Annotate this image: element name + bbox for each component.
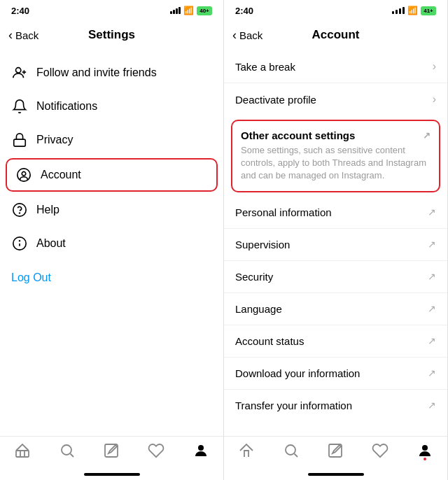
- nav-profile-left[interactable]: [192, 442, 209, 459]
- other-settings-title-row: Other account settings ↗: [241, 129, 430, 141]
- svg-point-0: [16, 68, 21, 73]
- menu-item-help[interactable]: Help: [0, 193, 223, 227]
- svg-rect-18: [329, 444, 342, 457]
- other-settings-desc: Some settings, such as sensitive content…: [241, 144, 430, 183]
- house-icon-left: [14, 442, 31, 459]
- download-info-label: Download your information: [235, 367, 360, 379]
- settings-title: Settings: [88, 28, 135, 42]
- external-icon-language: ↗: [428, 303, 436, 314]
- notifications-label: Notifications: [36, 100, 97, 113]
- transfer-info-label: Transfer your information: [235, 400, 352, 411]
- supervision-label: Supervision: [235, 239, 290, 250]
- circle-person-icon: [15, 167, 32, 183]
- svg-point-4: [18, 169, 30, 181]
- download-info-item[interactable]: Download your information ↗: [224, 358, 447, 390]
- heart-icon-left: [148, 442, 164, 459]
- deactivate-item[interactable]: Deactivate profile ›: [224, 83, 447, 115]
- settings-menu: Follow and invite friends Notifications …: [0, 50, 223, 436]
- back-button-left[interactable]: ‹ Back: [8, 29, 38, 41]
- lock-icon: [11, 132, 28, 148]
- nav-search-right[interactable]: [283, 442, 300, 459]
- menu-item-privacy[interactable]: Privacy: [0, 123, 223, 157]
- house-icon-right: [238, 442, 255, 459]
- settings-panel: 2:40 📶 40+ ‹ Back Settings: [0, 0, 224, 480]
- status-icons-right: 📶 41+: [392, 6, 436, 15]
- account-header: ‹ Back Account: [224, 20, 447, 50]
- svg-point-15: [198, 445, 204, 451]
- nav-compose-right[interactable]: [327, 442, 344, 459]
- other-account-settings-box[interactable]: Other account settings ↗ Some settings, …: [231, 120, 440, 192]
- home-indicator-left: [84, 473, 140, 476]
- nav-search-left[interactable]: [59, 442, 76, 459]
- magnifier-icon-right: [283, 442, 300, 459]
- person-fill-icon-left: [192, 442, 209, 459]
- svg-point-10: [20, 241, 20, 241]
- external-link-icon-other: ↗: [423, 130, 430, 141]
- svg-point-19: [422, 445, 428, 451]
- about-label: About: [36, 237, 66, 250]
- nav-profile-right[interactable]: [416, 442, 433, 459]
- external-icon-security: ↗: [428, 271, 436, 282]
- account-bottom-items: Personal information ↗ Supervision ↗ Sec…: [224, 197, 447, 421]
- menu-item-account[interactable]: Account: [6, 158, 218, 192]
- personal-info-label: Personal information: [235, 206, 332, 218]
- menu-item-about[interactable]: About: [0, 227, 223, 260]
- nav-heart-left[interactable]: [148, 442, 164, 459]
- external-icon-transfer: ↗: [428, 400, 436, 411]
- circle-question-icon: [11, 202, 28, 218]
- wifi-icon-left: 📶: [183, 6, 194, 15]
- personal-info-item[interactable]: Personal information ↗: [224, 197, 447, 229]
- bell-icon: [11, 98, 28, 115]
- bottom-nav-right: [224, 436, 447, 469]
- external-icon-supervision: ↗: [428, 239, 436, 250]
- menu-item-notifications[interactable]: Notifications: [0, 90, 223, 123]
- account-top-items: Take a break › Deactivate profile ›: [224, 50, 447, 115]
- follow-label: Follow and invite friends: [36, 66, 157, 79]
- account-label: Account: [41, 169, 81, 181]
- supervision-item[interactable]: Supervision ↗: [224, 229, 447, 261]
- magnifier-icon-left: [59, 442, 76, 459]
- account-status-label: Account status: [235, 335, 304, 347]
- security-item[interactable]: Security ↗: [224, 261, 447, 293]
- privacy-label: Privacy: [36, 134, 73, 146]
- menu-item-logout[interactable]: Log Out: [0, 263, 223, 292]
- time-left: 2:40: [11, 6, 29, 16]
- menu-item-follow[interactable]: Follow and invite friends: [0, 56, 223, 90]
- external-icon-download: ↗: [428, 367, 436, 379]
- nav-home-left[interactable]: [14, 442, 31, 459]
- language-item[interactable]: Language ↗: [224, 293, 447, 325]
- take-break-chevron: ›: [433, 60, 436, 73]
- person-plus-icon: [11, 64, 28, 81]
- svg-rect-14: [105, 444, 118, 457]
- pencil-square-icon-left: [103, 442, 120, 459]
- battery-left: 40+: [197, 6, 212, 15]
- account-status-item[interactable]: Account status ↗: [224, 325, 447, 358]
- heart-icon-right: [372, 442, 388, 459]
- back-label-left: Back: [15, 29, 38, 41]
- svg-rect-3: [14, 139, 26, 146]
- nav-heart-right[interactable]: [372, 442, 388, 459]
- status-bar-left: 2:40 📶 40+: [0, 0, 223, 20]
- nav-compose-left[interactable]: [103, 442, 120, 459]
- external-icon-personal: ↗: [428, 206, 436, 218]
- svg-line-17: [294, 454, 298, 458]
- settings-header: ‹ Back Settings: [0, 20, 223, 50]
- status-bar-right: 2:40 📶 41+: [224, 0, 447, 20]
- transfer-info-item[interactable]: Transfer your information ↗: [224, 390, 447, 421]
- wifi-icon-right: 📶: [407, 6, 418, 15]
- back-chevron-left: ‹: [8, 29, 13, 41]
- external-icon-account-status: ↗: [428, 335, 436, 346]
- signal-icon-right: [392, 7, 405, 14]
- account-panel: 2:40 📶 41+ ‹ Back Account Take a break ›…: [224, 0, 448, 480]
- svg-point-5: [22, 171, 26, 176]
- nav-home-right[interactable]: [238, 442, 255, 459]
- back-chevron-right: ‹: [232, 29, 237, 41]
- other-settings-title-text: Other account settings: [241, 129, 355, 141]
- take-break-item[interactable]: Take a break ›: [224, 50, 447, 83]
- security-label: Security: [235, 271, 273, 283]
- time-right: 2:40: [235, 6, 253, 16]
- profile-dot-right: [424, 458, 426, 460]
- deactivate-label: Deactivate profile: [235, 94, 316, 106]
- back-button-right[interactable]: ‹ Back: [232, 29, 262, 41]
- svg-rect-11: [16, 451, 29, 457]
